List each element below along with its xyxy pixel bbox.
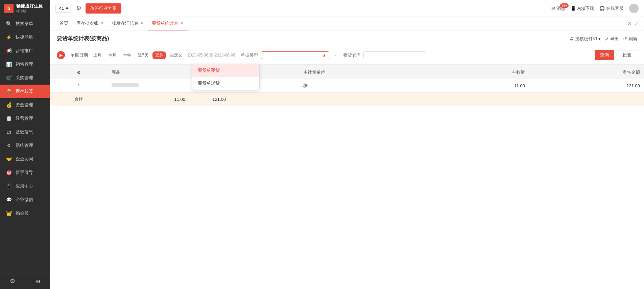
topbar: 41 ▾ ⚙ 体验行业方案 ✉ 消息 99+ 📱 App下载 🎧 在线客服: [50, 0, 644, 17]
sidebar-item-search[interactable]: 🔍 搜索菜单: [0, 17, 50, 30]
messages-button[interactable]: ✉ 消息 99+: [551, 5, 565, 12]
sidebar-label-search: 搜索菜单: [16, 21, 33, 27]
sidebar-item-operation[interactable]: 📋 经营管理: [0, 112, 50, 125]
more-dates-btn[interactable]: 更多: [152, 51, 166, 59]
logo-text: 畅捷通好生意 标准版: [16, 3, 43, 14]
sidebar-bottom: ⚙ ⏮: [0, 273, 50, 289]
type-select-input[interactable]: [264, 53, 321, 58]
tab-close-receive_summary[interactable]: ✕: [140, 21, 144, 26]
tab-inventory_batch[interactable]: 库存批次账✕: [72, 17, 108, 30]
type-filter-group: 单据类型 ▲ ···: [241, 51, 338, 59]
type-label: 单据类型: [241, 52, 258, 58]
sidebar-label-enterprise: 企业协同: [16, 156, 33, 162]
tab-label-inventory_batch: 库存批次账: [76, 20, 98, 26]
date-filter-group: 单据日期 上月 本月 本年 近7天 更多 自定义 2023-05-06 至 20…: [70, 51, 235, 59]
sidebar-nav: 🔍 搜索菜单 ⚡ 快捷导航 📢 营销推广 📊 销售管理 🛒 采购管理 📦 库存核…: [0, 17, 50, 273]
sidebar-label-system: 系统管理: [16, 142, 33, 149]
product-placeholder-0: [112, 83, 139, 87]
export-icon: ↗: [605, 36, 609, 42]
last-7-days-btn[interactable]: 近7天: [135, 51, 151, 59]
appstore-icon: 📱: [5, 183, 12, 190]
tab-order_summary[interactable]: 要货单统计表✕: [148, 17, 188, 30]
sidebar-item-wechat[interactable]: 💬 企业微信: [0, 193, 50, 206]
this-month-btn[interactable]: 本月: [105, 51, 119, 59]
refresh-icon: ↺: [623, 36, 627, 42]
inventory-icon: 📦: [5, 88, 12, 95]
sidebar-item-vip[interactable]: 👑 畅会员: [0, 206, 50, 220]
message-icon: ✉: [551, 6, 555, 11]
tab-home[interactable]: 首页: [55, 17, 72, 30]
sidebar-item-basic[interactable]: 🗂 基础信息: [0, 125, 50, 139]
sidebar-item-quicknav[interactable]: ⚡ 快捷导航: [0, 30, 50, 44]
filter-expand-button[interactable]: ▶: [57, 51, 65, 59]
sidebar: b 畅捷通好生意 标准版 🔍 搜索菜单 ⚡ 快捷导航 📢 营销推广 📊 销售管理…: [0, 0, 50, 289]
prev-month-btn[interactable]: 上月: [91, 51, 104, 59]
logo-icon: b: [4, 4, 14, 13]
this-year-btn[interactable]: 本年: [120, 51, 134, 59]
app-download-button[interactable]: 📱 App下载: [571, 5, 594, 12]
topbar-settings-icon[interactable]: ⚙: [76, 5, 81, 12]
sidebar-label-guide: 新手引导: [16, 170, 33, 176]
dropdown-item-1[interactable]: 要货单要货: [192, 64, 259, 77]
main-content: 41 ▾ ⚙ 体验行业方案 ✉ 消息 99+ 📱 App下载 🎧 在线客服: [50, 0, 644, 289]
sidebar-item-sales[interactable]: 📊 销售管理: [0, 58, 50, 71]
sidebar-label-quicknav: 快捷导航: [16, 34, 33, 40]
refresh-button[interactable]: ↺ 刷新: [623, 36, 637, 42]
settings-icon[interactable]: ⚙: [7, 276, 18, 286]
service-icon: 🎧: [599, 6, 605, 11]
tab-close-order_summary[interactable]: ✕: [180, 21, 184, 26]
sidebar-label-marketing: 营销推广: [16, 48, 33, 54]
tab-label-home: 首页: [59, 20, 68, 26]
print-chevron-icon: ▾: [598, 36, 601, 41]
print-button[interactable]: 🖨 按模板打印 ▾: [569, 36, 601, 42]
query-button[interactable]: 查询: [595, 50, 614, 60]
print-icon: 🖨: [569, 36, 574, 42]
footer-label: 合计: [54, 96, 149, 102]
filter-actions: 查询 设置: [595, 50, 637, 60]
type-select-box[interactable]: ▲: [261, 51, 329, 59]
sidebar-item-system[interactable]: ⚙ 系统管理: [0, 139, 50, 152]
col-settings-icon[interactable]: ⚙: [77, 70, 81, 75]
tab-close-inventory_batch[interactable]: ✕: [100, 21, 104, 26]
page-header: 要货单统计表(按商品) 🖨 按模板打印 ▾ ↗ 导出 ↺ 刷新: [50, 30, 644, 46]
filter-settings-button[interactable]: 设置: [617, 50, 637, 60]
sidebar-item-enterprise[interactable]: 🤝 企业协同: [0, 152, 50, 166]
export-button[interactable]: ↗ 导出: [605, 36, 619, 42]
dropdown-item-2[interactable]: 要货单退货: [192, 77, 259, 90]
sidebar-label-appstore: 应用中心: [16, 183, 33, 189]
sidebar-item-appstore[interactable]: 📱 应用中心: [0, 179, 50, 193]
marketing-icon: 📢: [5, 47, 12, 54]
tab-close-all[interactable]: ✕ ⤢: [627, 20, 639, 27]
online-service-button[interactable]: 🎧 在线客服: [599, 5, 624, 12]
warehouse-input[interactable]: [363, 51, 426, 59]
finance-icon: 💰: [5, 102, 12, 108]
trial-button[interactable]: 体验行业方案: [86, 3, 121, 14]
sidebar-item-inventory[interactable]: 📦 库存核算: [0, 85, 50, 98]
sidebar-item-purchase[interactable]: 🛒 采购管理: [0, 71, 50, 85]
table-footer: 合计 11.00 121.00: [50, 92, 644, 106]
table-row: 1 块 11.00 121.00: [50, 79, 644, 92]
user-avatar[interactable]: [629, 4, 639, 13]
download-icon: 📱: [571, 6, 576, 11]
cell-amount-0: 121.00: [529, 79, 644, 92]
message-badge: 99+: [560, 3, 569, 8]
wechat-icon: 💬: [5, 196, 12, 203]
sidebar-item-guide[interactable]: 🎯 新手引导: [0, 166, 50, 179]
tabs-bar: 首页库存批次账✕收发存汇总表✕要货单统计表✕ ✕ ⤢: [50, 17, 644, 30]
sidebar-item-marketing[interactable]: 📢 营销推广: [0, 44, 50, 58]
sidebar-item-finance[interactable]: 💰 资金管理: [0, 98, 50, 112]
company-selector[interactable]: 41 ▾: [55, 4, 72, 13]
sidebar-label-finance: 资金管理: [16, 102, 33, 108]
tab-receive_summary[interactable]: 收发存汇总表✕: [108, 17, 148, 30]
sidebar-label-inventory: 库存核算: [16, 88, 33, 94]
custom-date-btn[interactable]: 自定义: [167, 51, 185, 59]
purchase-icon: 🛒: [5, 74, 12, 81]
topbar-left: 41 ▾ ⚙ 体验行业方案: [55, 3, 121, 14]
filter-more-icon[interactable]: ···: [333, 52, 338, 58]
type-dropdown: 要货单要货 要货单退货: [192, 64, 260, 90]
search-icon: 🔍: [5, 20, 12, 27]
close-all-icon: ✕: [627, 20, 632, 27]
vip-icon: 👑: [5, 210, 12, 217]
collapse-icon[interactable]: ⏮: [32, 276, 43, 286]
cell-num-0: 1: [50, 79, 108, 92]
